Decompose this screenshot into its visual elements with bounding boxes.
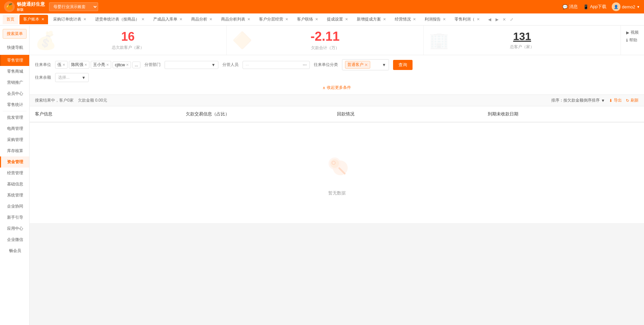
filter-tag-more[interactable]: ... (132, 62, 140, 68)
chevron-down-icon: ▼ (601, 98, 605, 103)
tab-new-promotions[interactable]: 新增提成方案 ✕ (353, 15, 390, 24)
unit-tags: 伍 ✕ 陈民强 ✕ 王小亮 ✕ cjttcw ✕ (55, 61, 140, 69)
empty-state: 暂无数据 (30, 122, 644, 223)
filter-tag-wu[interactable]: 伍 ✕ (55, 61, 68, 69)
company-selector[interactable]: 母婴行业演示账套 (49, 2, 98, 11)
sidebar-item-quick-nav[interactable]: 快捷导航 (0, 42, 29, 53)
tag-close-wu[interactable]: ✕ (62, 63, 65, 67)
filter-tag-wang[interactable]: 王小亮 ✕ (91, 61, 111, 69)
message-btn[interactable]: 💬 消息 (562, 4, 578, 10)
sidebar-item-app-center[interactable]: 应用中心 (0, 223, 29, 234)
tab-close-icon[interactable]: ✕ (477, 17, 480, 22)
tab-scroll-right[interactable]: ▶ (493, 16, 500, 23)
tab-close-icon[interactable]: ✕ (285, 17, 288, 22)
tag-close-cjttcw[interactable]: ✕ (126, 63, 129, 67)
export-icon: ⬇ (609, 98, 612, 103)
balance-select[interactable]: 选择... ▼ (55, 73, 89, 82)
tag-close-chen[interactable]: ✕ (84, 63, 87, 67)
tab-business-status[interactable]: 经营情况 ✕ (391, 15, 420, 24)
tab-close-icon[interactable]: ✕ (209, 17, 212, 22)
logo-title: 畅捷通好生意 (17, 1, 45, 7)
sidebar-item-marketing[interactable]: 营销推广 (0, 77, 29, 88)
filter-tag-cjttcw[interactable]: cjttcw ✕ (113, 62, 131, 68)
refresh-btn[interactable]: ↻ 刷新 (626, 98, 639, 103)
tab-close-all[interactable]: ✕ (501, 16, 508, 23)
table-header: 客户信息 欠款交易信息（占比） 回款情况 到期未收款日期 (30, 106, 644, 122)
sidebar-item-purchase[interactable]: 采购管理 (0, 134, 29, 145)
tab-label: 客户联络 (297, 16, 313, 22)
sidebar-item-new-guide[interactable]: 新手引导 (0, 212, 29, 223)
sidebar-item-system[interactable]: 系统管理 (0, 190, 29, 201)
normal-customer-tag[interactable]: 普通客户 ✕ (345, 61, 370, 69)
tab-home[interactable]: 首页 (3, 15, 18, 24)
person-input[interactable]: ··· ⋯ (243, 61, 310, 69)
tab-retail-profit[interactable]: 零售利润（ ✕ (451, 15, 483, 24)
chevron-down-icon: ▼ (637, 5, 640, 9)
tag-close-normal[interactable]: ✕ (364, 63, 368, 67)
collapse-btn[interactable]: ∧ 收起更多条件 (323, 85, 351, 91)
tab-close-icon[interactable]: ✕ (443, 17, 446, 22)
sort-label: 排序：按欠款金额倒序排序 (551, 98, 600, 103)
home-tab-label: 首页 (6, 16, 14, 22)
sidebar-divider (3, 54, 27, 54)
export-btn[interactable]: ⬇ 导出 (609, 98, 622, 103)
main-layout: 搜索菜单 快捷导航 零售管理 零售商城 营销推广 会员中心 零售统计 批发管理 … (0, 26, 644, 325)
tab-product-entry[interactable]: 产成品入库单 ✕ (149, 15, 186, 24)
tab-customer-segments[interactable]: 客户分层经营 ✕ (255, 15, 292, 24)
sidebar-item-enterprise[interactable]: 企业协同 (0, 201, 29, 212)
sidebar-item-member-center[interactable]: 会员中心 (0, 88, 29, 99)
tab-customer-contact[interactable]: 客户联络 ✕ (293, 15, 322, 24)
sidebar-item-retail-mall[interactable]: 零售商城 (0, 66, 29, 77)
sidebar-item-inventory[interactable]: 库存核算 (0, 145, 29, 156)
sidebar-item-retail-stats[interactable]: 零售统计 (0, 99, 29, 110)
tab-profit-report[interactable]: 利润报告 ✕ (421, 15, 449, 24)
tab-label: 商品分析 (191, 16, 207, 22)
tab-close-icon[interactable]: ✕ (345, 17, 348, 22)
department-select[interactable]: ▼ (165, 61, 218, 69)
sidebar-item-finance[interactable]: 资金管理 (0, 156, 29, 168)
tab-purchase-orders[interactable]: 采购订单统计表 ✕ (49, 15, 90, 24)
query-button[interactable]: 查询 (393, 60, 413, 70)
tab-close-icon[interactable]: ✕ (83, 17, 86, 22)
sort-select[interactable]: 排序：按欠款金额倒序排序 ▼ (551, 98, 605, 103)
tab-product-analysis[interactable]: 商品分析 ✕ (187, 15, 216, 24)
tab-close-icon[interactable]: ✕ (315, 17, 318, 22)
tag-close-wang[interactable]: ✕ (106, 63, 109, 67)
tab-close-icon[interactable]: ✕ (247, 17, 250, 22)
help-btn[interactable]: ℹ 帮助 (626, 37, 639, 43)
user-menu[interactable]: 👤 demo2 ▼ (612, 2, 640, 11)
tab-close-icon[interactable]: ✕ (413, 17, 416, 22)
app-download-btn[interactable]: 📱 App下载 (583, 4, 606, 10)
sidebar: 搜索菜单 快捷导航 零售管理 零售商城 营销推广 会员中心 零售统计 批发管理 … (0, 26, 30, 325)
credit-customers-value: 16 (121, 30, 135, 43)
sidebar-item-basic-info[interactable]: 基础信息 (0, 179, 29, 190)
search-menu-btn[interactable]: 搜索菜单 (3, 29, 27, 39)
col-repayment: 回款情况 (337, 110, 488, 118)
unit-classify-select[interactable]: 普通客户 ✕ ▼ (342, 59, 389, 70)
col-customer-info: 客户信息 (35, 110, 186, 118)
sidebar-item-vip[interactable]: 畅会员 (0, 245, 29, 256)
tab-close-icon[interactable]: ✕ (179, 17, 182, 22)
avatar: 👤 (612, 2, 620, 11)
table-area: 客户信息 欠款交易信息（占比） 回款情况 到期未收款日期 暂 (30, 106, 644, 223)
sidebar-item-operations[interactable]: 经营管理 (0, 168, 29, 179)
tab-accounts-receivable[interactable]: 客户账本 ✕ (19, 15, 48, 24)
tab-close-icon[interactable]: ✕ (41, 17, 44, 22)
tab-product-analysis-list[interactable]: 商品分析列表 ✕ (217, 15, 254, 24)
sidebar-item-enterprise-wechat[interactable]: 企业微信 (0, 234, 29, 245)
tab-close-icon[interactable]: ✕ (383, 17, 386, 22)
tab-promotion-settings[interactable]: 提成设置 ✕ (323, 15, 352, 24)
sidebar-item-wholesale[interactable]: 批发管理 (0, 112, 29, 123)
sidebar-item-ecommerce[interactable]: 电商管理 (0, 123, 29, 134)
tab-scroll-left[interactable]: ◀ (486, 16, 493, 23)
video-btn[interactable]: ▶ 视频 (626, 30, 639, 35)
credit-customers-bg-icon: 💰 (35, 30, 57, 50)
result-bar: 搜索结果中，客户0家 欠款金额 0.00元 排序：按欠款金额倒序排序 ▼ ⬇ 导… (30, 95, 644, 106)
tab-goods-in-stats[interactable]: 进货单统计表（按商品） ✕ (91, 15, 148, 24)
tab-expand[interactable]: ⤢ (508, 16, 515, 23)
tab-label: 零售利润（ (455, 16, 475, 22)
tab-close-icon[interactable]: ✕ (141, 17, 144, 22)
sidebar-item-retail-management[interactable]: 零售管理 (0, 55, 29, 66)
tab-label: 采购订单统计表 (53, 16, 81, 22)
filter-tag-chen[interactable]: 陈民强 ✕ (69, 61, 89, 69)
